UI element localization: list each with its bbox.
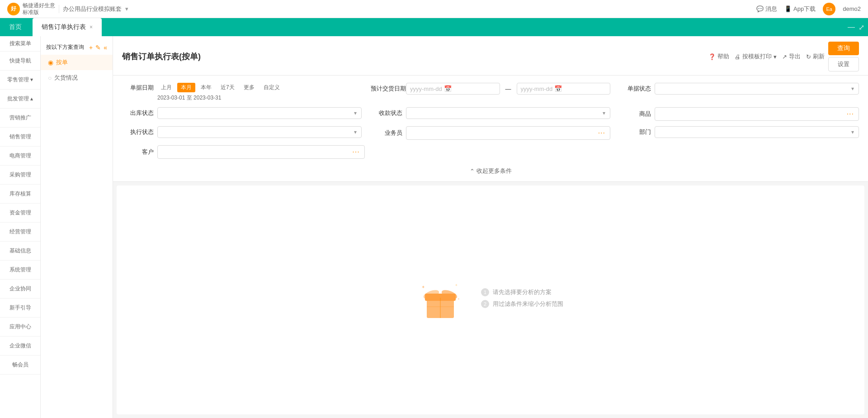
panel-edit-icon[interactable]: ✎ — [95, 44, 101, 51]
topbar-divider — [59, 5, 59, 13]
panel-collapse-icon[interactable]: « — [104, 44, 107, 51]
tabbar: 首页 销售订单执行表 × — ⤢ — [0, 18, 868, 36]
collapse-button[interactable]: ⌃ 收起更多条件 — [122, 164, 859, 178]
out-status-label: 出库状态 — [122, 109, 154, 117]
sidebar-item-sales[interactable]: 销售管理 — [0, 128, 40, 147]
order-status-select[interactable]: ▾ — [655, 83, 859, 95]
page-title: 销售订单执行表(按单) — [122, 51, 201, 62]
filter-salesman: 业务员 ··· — [371, 126, 610, 140]
payment-status-select[interactable]: ▾ — [406, 107, 610, 119]
date-tab-custom[interactable]: 自定义 — [260, 83, 283, 92]
date-tabs: 上月 本月 本年 近7天 更多 自定义 — [157, 83, 283, 92]
topbar: 好 畅捷通好生意 标准版 办公用品行业模拟账套 ▾ 💬 消息 📱 App下载 E… — [0, 0, 868, 18]
app-download-button[interactable]: 📱 App下载 — [784, 5, 816, 13]
avatar[interactable]: Ea — [823, 3, 835, 15]
filter-exec-status: 执行状态 ▾ — [122, 126, 362, 138]
refresh-button[interactable]: ↻ 刷新 — [806, 52, 825, 61]
sidebar: 搜索菜单 快捷导航 零售管理 ▾ 批发管理 ▴ 营销推广 销售管理 电商管理 采… — [0, 36, 41, 418]
date-end-input[interactable]: yyyy-mm-dd 📅 — [517, 83, 611, 95]
department-chevron: ▾ — [851, 129, 854, 135]
customer-label: 客户 — [122, 148, 154, 156]
system-title: 办公用品行业模拟账套 — [63, 5, 122, 13]
system-dropdown-icon[interactable]: ▾ — [125, 5, 128, 12]
sidebar-item-quick-nav[interactable]: 快捷导航 — [0, 52, 40, 71]
sidebar-item-apps[interactable]: 应用中心 — [0, 318, 40, 337]
sidebar-item-inventory[interactable]: 库存核算 — [0, 185, 40, 204]
sidebar-item-finance[interactable]: 资金管理 — [0, 204, 40, 223]
date-tab-last-month[interactable]: 上月 — [157, 83, 175, 92]
message-button[interactable]: 💬 消息 — [756, 5, 777, 13]
sidebar-item-retail[interactable]: 零售管理 ▾ — [0, 71, 40, 90]
department-label: 部门 — [619, 128, 651, 136]
tab-close-icon[interactable]: × — [90, 24, 93, 30]
app-icon: 📱 — [784, 5, 792, 12]
tab-maximize-icon[interactable]: ⤢ — [859, 23, 864, 32]
exec-status-chevron: ▾ — [354, 129, 357, 135]
refresh-icon: ↻ — [806, 53, 811, 60]
date-separator: — — [504, 86, 513, 92]
tabbar-right: — ⤢ — [848, 23, 868, 32]
tab-home[interactable]: 首页 — [0, 18, 31, 36]
collapse-up-icon: ⌃ — [470, 168, 475, 175]
filter-row-2: 出库状态 ▾ 收款状态 ▾ 商品 — [122, 107, 859, 121]
sidebar-item-marketing[interactable]: 营销推广 — [0, 109, 40, 128]
calendar-start-icon: 📅 — [444, 85, 452, 92]
topbar-right: 💬 消息 📱 App下载 Ea demo2 — [756, 3, 861, 15]
svg-text:✦: ✦ — [421, 285, 425, 290]
filter-payment-status: 收款状态 ▾ — [371, 107, 610, 119]
calendar-end-icon: 📅 — [554, 85, 562, 92]
date-tab-last7[interactable]: 近7天 — [217, 83, 238, 92]
order-status-label: 单据状态 — [619, 85, 651, 93]
filter-customer: 客户 ··· — [122, 145, 365, 159]
topbar-left: 好 畅捷通好生意 标准版 办公用品行业模拟账套 ▾ — [7, 2, 128, 15]
sidebar-item-operations[interactable]: 经营管理 — [0, 223, 40, 242]
date-start-input[interactable]: yyyy-mm-dd 📅 — [406, 83, 500, 95]
date-label: 单据日期 — [122, 84, 154, 92]
date-tab-this-month[interactable]: 本月 — [177, 83, 195, 92]
export-button[interactable]: ↗ 导出 — [782, 52, 801, 61]
sidebar-search[interactable]: 搜索菜单 — [0, 36, 40, 52]
tab-minimize-icon[interactable]: — — [848, 23, 855, 31]
sidebar-item-basic[interactable]: 基础信息 — [0, 242, 40, 261]
tab-active[interactable]: 销售订单执行表 × — [33, 18, 102, 36]
step-num-2: 2 — [481, 300, 489, 308]
sidebar-item-wholesale[interactable]: 批发管理 ▴ — [0, 90, 40, 109]
panel-item-按单[interactable]: ◉ 按单 — [41, 55, 113, 70]
main-layout: 搜索菜单 快捷导航 零售管理 ▾ 批发管理 ▴ 营销推广 销售管理 电商管理 采… — [0, 36, 868, 418]
exec-status-select[interactable]: ▾ — [157, 126, 362, 138]
salesman-input[interactable]: ··· — [406, 126, 610, 140]
sidebar-item-system[interactable]: 系统管理 — [0, 261, 40, 280]
filter-order-status: 单据状态 ▾ — [619, 83, 859, 95]
date-tab-more[interactable]: 更多 — [240, 83, 258, 92]
sidebar-item-member[interactable]: 畅会员 — [0, 356, 40, 375]
print-dropdown-icon: ▾ — [774, 53, 777, 60]
empty-illustration: ✦ ✦ ✦ — [418, 277, 463, 323]
sidebar-item-newbie[interactable]: 新手引导 — [0, 299, 40, 318]
logo-area: 好 畅捷通好生意 标准版 — [7, 2, 55, 15]
print-button[interactable]: 🖨 按模板打印 ▾ — [735, 52, 777, 61]
help-icon: ❓ — [708, 53, 716, 60]
setting-button[interactable]: 设置 — [828, 57, 859, 71]
print-icon: 🖨 — [735, 53, 741, 60]
sidebar-item-enterprise[interactable]: 企业协同 — [0, 280, 40, 299]
date-tab-this-year[interactable]: 本年 — [197, 83, 215, 92]
goods-dots-icon: ··· — [847, 110, 854, 118]
step-num-1: 1 — [481, 288, 489, 296]
date-range-text: 2023-03-01 至 2023-03-31 — [157, 94, 221, 102]
out-status-chevron: ▾ — [354, 110, 357, 116]
page-header: 销售订单执行表(按单) ❓ 帮助 🖨 按模板打印 ▾ ↗ — [113, 36, 868, 76]
goods-input[interactable]: ··· — [655, 107, 859, 121]
svg-text:✦: ✦ — [458, 298, 460, 300]
sidebar-item-ecommerce[interactable]: 电商管理 — [0, 147, 40, 166]
query-button[interactable]: 查询 — [828, 42, 859, 55]
customer-input[interactable]: ··· — [157, 145, 365, 159]
content-area: 按以下方案查询 + ✎ « ◉ 按单 ○ 欠货情况 销售订单执行表(按单) — [41, 36, 868, 418]
out-status-select[interactable]: ▾ — [157, 107, 362, 119]
sidebar-item-wechat[interactable]: 企业微信 — [0, 337, 40, 356]
panel-item-欠货情况[interactable]: ○ 欠货情况 — [41, 70, 113, 86]
department-select[interactable]: ▾ — [655, 126, 859, 138]
sidebar-item-purchase[interactable]: 采购管理 — [0, 166, 40, 185]
panel-add-icon[interactable]: + — [89, 44, 93, 51]
exec-status-label: 执行状态 — [122, 128, 154, 136]
help-button[interactable]: ❓ 帮助 — [708, 52, 729, 61]
